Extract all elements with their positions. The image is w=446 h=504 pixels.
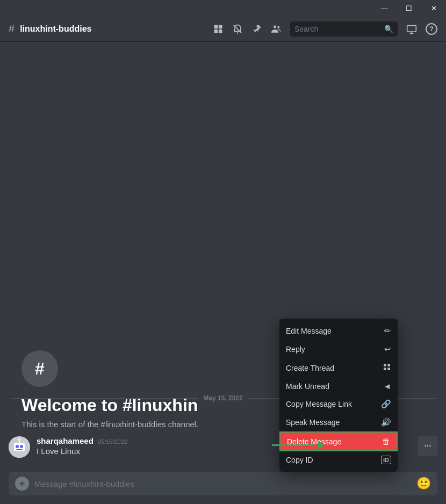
speak-icon: 🔊 bbox=[381, 417, 391, 427]
close-button[interactable]: ✕ bbox=[421, 0, 446, 16]
arrow-line bbox=[272, 444, 315, 446]
message-more-button[interactable]: ··· bbox=[418, 436, 437, 456]
message-actions: ··· bbox=[418, 436, 437, 456]
thread-icon bbox=[383, 363, 391, 373]
channel-name: linuxhint-buddies bbox=[20, 24, 91, 34]
svg-point-6 bbox=[274, 25, 276, 28]
context-unread-label: Mark Unread bbox=[286, 382, 329, 391]
context-speak[interactable]: Speak Message 🔊 bbox=[279, 413, 398, 431]
inbox-icon[interactable] bbox=[406, 24, 417, 34]
svg-point-13 bbox=[16, 445, 19, 448]
green-arrow-indicator bbox=[272, 441, 325, 449]
main-content: # Welcome to #linuxhin This is the start… bbox=[0, 42, 446, 504]
context-reply-label: Reply bbox=[286, 345, 305, 354]
divider-line-left bbox=[11, 398, 198, 399]
arrow-head bbox=[318, 441, 325, 449]
chat-input-area: + 🙂 bbox=[9, 472, 437, 495]
svg-rect-3 bbox=[219, 29, 222, 33]
welcome-icon: # bbox=[21, 350, 58, 387]
header-icons: 🔍 ? bbox=[213, 21, 437, 37]
maximize-button[interactable]: ☐ bbox=[397, 0, 421, 16]
svg-rect-8 bbox=[407, 25, 416, 32]
svg-rect-21 bbox=[387, 368, 390, 370]
context-copy-link[interactable]: Copy Message Link 🔗 bbox=[279, 395, 398, 413]
svg-point-17 bbox=[18, 438, 20, 441]
channel-hash-icon: # bbox=[9, 23, 15, 35]
help-icon[interactable]: ? bbox=[426, 23, 437, 35]
search-input[interactable] bbox=[294, 25, 381, 33]
members-icon[interactable] bbox=[271, 24, 282, 34]
search-bar[interactable]: 🔍 bbox=[290, 21, 398, 37]
search-icon: 🔍 bbox=[384, 25, 393, 33]
delete-icon: 🗑 bbox=[382, 437, 390, 446]
context-id-label: Copy ID bbox=[286, 456, 313, 464]
context-link-label: Copy Message Link bbox=[286, 400, 352, 408]
svg-rect-0 bbox=[214, 25, 218, 28]
svg-point-5 bbox=[237, 32, 239, 34]
notification-icon[interactable] bbox=[232, 24, 243, 34]
message-username: sharqahameed bbox=[37, 436, 93, 445]
svg-rect-15 bbox=[16, 449, 23, 450]
chat-input[interactable] bbox=[34, 479, 411, 488]
welcome-description: This is the start of the #linuxhint-budd… bbox=[21, 420, 198, 429]
window-controls: — ☐ ✕ bbox=[372, 0, 446, 16]
svg-rect-19 bbox=[387, 364, 390, 366]
threads-icon[interactable] bbox=[213, 24, 224, 34]
emoji-button[interactable]: 🙂 bbox=[416, 477, 431, 491]
unread-icon: ◄ bbox=[383, 381, 391, 391]
message-timestamp: 05/15/2022 bbox=[98, 438, 127, 445]
context-mark-unread[interactable]: Mark Unread ◄ bbox=[279, 377, 398, 395]
context-thread-label: Create Thread bbox=[286, 364, 334, 372]
svg-point-7 bbox=[277, 26, 279, 28]
add-attachment-button[interactable]: + bbox=[15, 477, 29, 491]
svg-rect-18 bbox=[384, 364, 386, 366]
pin-icon[interactable] bbox=[251, 24, 262, 34]
context-edit-message[interactable]: Edit Message ✏ bbox=[279, 322, 398, 340]
avatar bbox=[9, 436, 30, 458]
context-speak-label: Speak Message bbox=[286, 418, 340, 427]
svg-rect-20 bbox=[384, 368, 386, 370]
svg-rect-1 bbox=[219, 25, 222, 28]
minimize-button[interactable]: — bbox=[372, 0, 397, 16]
link-icon: 🔗 bbox=[381, 399, 391, 409]
context-create-thread[interactable]: Create Thread bbox=[279, 358, 398, 377]
context-copy-id[interactable]: Copy ID ID bbox=[279, 451, 398, 469]
id-icon: ID bbox=[381, 456, 391, 464]
header: # linuxhint-buddies bbox=[0, 16, 446, 42]
welcome-area: # Welcome to #linuxhin This is the start… bbox=[11, 329, 209, 440]
edit-icon: ✏ bbox=[384, 326, 391, 336]
date-divider-text: May 15, 2022 bbox=[198, 394, 248, 402]
reply-icon: ↩ bbox=[384, 344, 391, 354]
svg-point-14 bbox=[20, 445, 23, 448]
context-edit-label: Edit Message bbox=[286, 327, 332, 335]
context-reply[interactable]: Reply ↩ bbox=[279, 340, 398, 358]
svg-rect-2 bbox=[214, 29, 218, 33]
